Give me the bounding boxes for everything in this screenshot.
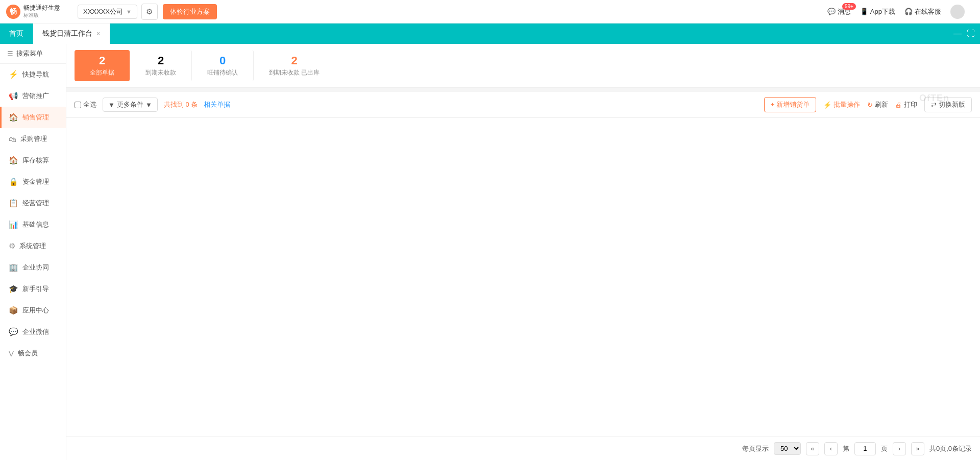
sidebar-item-inventory[interactable]: 🏠 库存核算 xyxy=(0,150,66,171)
toolbar: 全选 ▼ 更多条件 ▼ 共找到 0 条 相关单据 + 新增销货单 ⚡ 批 xyxy=(66,92,980,118)
stat-due-unpaid[interactable]: 2 到期未收款 xyxy=(130,50,192,81)
sidebar-item-newbie[interactable]: 🎓 新手引导 xyxy=(0,278,66,300)
experience-button[interactable]: 体验行业方案 xyxy=(163,4,217,19)
related-records-link[interactable]: 相关单据 xyxy=(204,100,230,109)
stat-wangpu[interactable]: 0 旺铺待确认 xyxy=(192,50,254,81)
page-number-input[interactable] xyxy=(854,442,876,455)
nav-tabs-bar: 首页 钱货日清工作台 × — ⛶ xyxy=(0,23,980,44)
total-records-text: 共0页,0条记录 xyxy=(929,444,972,453)
sidebar-item-label: 企业微信 xyxy=(22,327,49,336)
stat-wangpu-label: 旺铺待确认 xyxy=(207,68,238,77)
settings-button[interactable]: ⚙ xyxy=(141,4,158,20)
nav-tabs-right: — ⛶ xyxy=(953,29,980,38)
stat-all-number: 2 xyxy=(99,54,105,67)
avatar[interactable] xyxy=(950,5,965,19)
top-header: 畅 畅捷通好生意 标准版 XXXXXX公司 ▼ ⚙ 体验行业方案 💬 消息 99… xyxy=(0,0,980,23)
filter-button[interactable]: ▼ 更多条件 ▼ xyxy=(103,98,158,112)
switch-new-version-button[interactable]: ⇄ 切换新版 xyxy=(924,97,972,112)
sidebar-item-label: 快捷导航 xyxy=(22,70,49,79)
sidebar-item-label: 基础信息 xyxy=(22,220,49,229)
sales-icon: 🏠 xyxy=(9,113,18,122)
messages-badge: 99+ xyxy=(842,3,856,10)
company-selector[interactable]: XXXXXX公司 ▼ xyxy=(78,5,137,19)
sidebar-item-app-center[interactable]: 📦 应用中心 xyxy=(0,300,66,321)
sidebar-item-sales[interactable]: 🏠 销售管理 xyxy=(0,107,66,128)
tab-home[interactable]: 首页 xyxy=(0,23,33,44)
tab-close-icon[interactable]: × xyxy=(96,30,100,37)
search-menu-label: 搜索菜单 xyxy=(16,49,43,58)
sidebar-item-marketing[interactable]: 📢 营销推广 xyxy=(0,85,66,107)
refresh-button[interactable]: ↻ 刷新 xyxy=(867,100,888,109)
sidebar-item-label: 经营管理 xyxy=(22,199,49,208)
per-page-label: 每页显示 xyxy=(742,444,769,453)
page-suffix: 页 xyxy=(881,444,888,453)
enterprise-icon: 🏢 xyxy=(9,263,18,272)
refresh-label: 刷新 xyxy=(875,100,888,109)
next-page-button[interactable]: › xyxy=(893,442,906,455)
sidebar-item-label: 销售管理 xyxy=(22,113,49,122)
stat-due-unshipped-label: 到期未收款 已出库 xyxy=(269,68,320,77)
add-sales-order-button[interactable]: + 新增销货单 xyxy=(764,97,816,112)
sidebar-item-enterprise[interactable]: 🏢 企业协同 xyxy=(0,257,66,278)
sidebar-item-finance[interactable]: 🔒 资金管理 xyxy=(0,171,66,192)
first-page-button[interactable]: « xyxy=(806,442,819,455)
logo-icon: 畅 xyxy=(6,5,20,19)
sidebar-item-purchase[interactable]: 🛍 采购管理 xyxy=(0,128,66,150)
quick-nav-icon: ⚡ xyxy=(9,70,18,79)
app-download-label: App下载 xyxy=(870,7,895,16)
sidebar-item-vip[interactable]: V 畅会员 xyxy=(0,343,66,364)
app-center-icon: 📦 xyxy=(9,306,18,315)
sidebar-item-label: 库存核算 xyxy=(22,156,49,165)
select-all-text: 全选 xyxy=(83,100,96,109)
stat-due-unshipped-number: 2 xyxy=(291,54,298,67)
stat-due-unpaid-number: 2 xyxy=(158,54,164,67)
messages-button[interactable]: 💬 消息 99+ xyxy=(827,7,851,16)
sidebar-item-base-info[interactable]: 📊 基础信息 xyxy=(0,214,66,235)
chevron-down-icon: ▼ xyxy=(126,9,132,15)
refresh-icon: ↻ xyxy=(867,101,873,109)
sidebar-item-label: 资金管理 xyxy=(22,177,49,186)
company-name: XXXXXX公司 xyxy=(83,7,123,16)
print-button[interactable]: 🖨 打印 xyxy=(895,100,917,109)
prev-page-button[interactable]: ‹ xyxy=(824,442,838,455)
inventory-icon: 🏠 xyxy=(9,156,18,165)
header-right: 💬 消息 99+ 📱 App下载 🎧 在线客服 xyxy=(827,5,974,19)
sidebar-item-system[interactable]: ⚙ 系统管理 xyxy=(0,235,66,257)
search-menu-button[interactable]: ☰ 搜索菜单 xyxy=(0,44,66,64)
toolbar-right: + 新增销货单 ⚡ 批量操作 ↻ 刷新 🖨 打印 ⇄ 切换新版 xyxy=(764,97,972,112)
app-icon: 📱 xyxy=(860,8,868,15)
switch-label: 切换新版 xyxy=(939,100,965,109)
search-icon: ☰ xyxy=(7,50,13,58)
sidebar-item-quick-nav[interactable]: ⚡ 快捷导航 xyxy=(0,64,66,85)
sidebar-item-label: 采购管理 xyxy=(20,134,47,143)
app-download-button[interactable]: 📱 App下载 xyxy=(860,7,895,16)
online-service-button[interactable]: 🎧 在线客服 xyxy=(904,7,941,16)
filter-chevron-icon: ▼ xyxy=(145,101,152,109)
maximize-icon[interactable]: ⛶ xyxy=(967,29,975,38)
sidebar-item-label: 应用中心 xyxy=(22,306,49,315)
select-all-checkbox[interactable] xyxy=(75,102,81,108)
sidebar-item-wechat[interactable]: 💬 企业微信 xyxy=(0,321,66,343)
finance-icon: 🔒 xyxy=(9,177,18,186)
per-page-select[interactable]: 50 xyxy=(774,442,801,455)
minimize-icon[interactable]: — xyxy=(953,29,962,38)
sidebar-item-label: 畅会员 xyxy=(18,349,38,358)
toolbar-left: 全选 ▼ 更多条件 ▼ 共找到 0 条 相关单据 xyxy=(75,98,758,112)
sidebar-item-label: 新手引导 xyxy=(22,284,49,294)
stat-wangpu-number: 0 xyxy=(219,54,226,67)
stat-all-label: 全部单据 xyxy=(90,68,114,77)
batch-icon: ⚡ xyxy=(823,101,831,109)
stat-all[interactable]: 2 全部单据 xyxy=(75,50,130,81)
last-page-button[interactable]: » xyxy=(911,442,924,455)
batch-operation-button[interactable]: ⚡ 批量操作 xyxy=(823,100,860,109)
filter-icon: ▼ xyxy=(108,101,115,109)
main-content: ☰ 搜索菜单 ⚡ 快捷导航 📢 营销推广 🏠 销售管理 🛍 采购管理 🏠 库存核… xyxy=(0,44,980,460)
sidebar: ☰ 搜索菜单 ⚡ 快捷导航 📢 营销推广 🏠 销售管理 🛍 采购管理 🏠 库存核… xyxy=(0,44,66,460)
stat-due-unshipped[interactable]: 2 到期未收款 已出库 xyxy=(254,50,335,81)
sidebar-item-label: 系统管理 xyxy=(19,241,46,251)
select-all-label[interactable]: 全选 xyxy=(75,100,96,109)
print-icon: 🖨 xyxy=(895,101,902,109)
tab-qinghuori[interactable]: 钱货日清工作台 × xyxy=(33,23,110,44)
message-icon: 💬 xyxy=(827,8,836,15)
sidebar-item-operations[interactable]: 📋 经营管理 xyxy=(0,192,66,214)
